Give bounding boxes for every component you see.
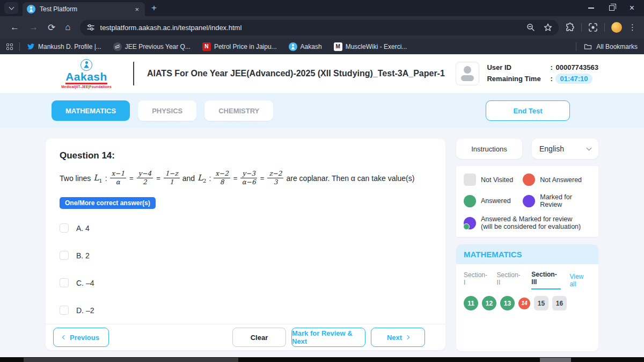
fraction: y−3α−6 — [240, 170, 257, 186]
folder-icon — [584, 43, 592, 50]
globe-icon — [113, 42, 122, 51]
remaining-time-value: 01:47:10 — [555, 74, 592, 84]
language-dropdown[interactable]: English — [532, 139, 598, 159]
tab-close-icon[interactable]: × — [133, 5, 141, 13]
bookmark-petrol[interactable]: N Petrol Price in Jaipu... — [202, 42, 277, 51]
bookmark-star-icon[interactable] — [544, 23, 552, 32]
section-tabs: Section-I Section-II Section-III View al… — [456, 264, 598, 289]
back-icon[interactable]: ← — [10, 22, 19, 33]
tab-physics[interactable]: PHYSICS — [138, 100, 196, 121]
language-value: English — [539, 144, 564, 153]
minimize-icon[interactable] — [588, 8, 594, 9]
instructions-button[interactable]: Instructions — [456, 139, 522, 159]
question-number-16[interactable]: 16 — [552, 296, 567, 310]
tab-chemistry[interactable]: CHEMISTRY — [204, 100, 273, 121]
view-all-link[interactable]: View all — [569, 273, 591, 288]
all-bookmarks-button[interactable]: All Bookmarks — [576, 42, 638, 51]
user-id-row: User ID : 00007743563 — [487, 63, 598, 71]
legend-answered: Answered — [464, 193, 523, 208]
tab-section-2[interactable]: Section-II — [497, 271, 523, 289]
chevron-down-icon — [587, 146, 592, 151]
tab-section-3[interactable]: Section-III — [531, 271, 561, 289]
window-controls: × — [588, 0, 644, 16]
option-c-checkbox[interactable] — [60, 278, 69, 287]
new-tab-button[interactable]: + — [151, 3, 157, 13]
question-number-11[interactable]: 11 — [464, 296, 478, 310]
apps-grid-icon[interactable] — [6, 44, 13, 50]
sidebar: Instructions English Not Visited Not Ans… — [456, 139, 598, 351]
divider — [19, 42, 20, 51]
legend-not-answered: Not Answered — [523, 173, 591, 186]
user-info-block: User ID : 00007743563 Remaining Time : 0… — [456, 61, 598, 86]
zoom-out-icon[interactable] — [526, 23, 535, 32]
question-number-grid: 11 12 13 14 15 16 — [456, 289, 598, 310]
option-b[interactable]: B. 2 — [60, 242, 431, 269]
bookmark-mankush[interactable]: Mankush D. Profile |... — [26, 42, 101, 51]
site-header: Aakash Medical|IIT-JEE|Foundations AIATS… — [0, 54, 644, 93]
question-number-15[interactable]: 15 — [534, 296, 548, 310]
question-card: Question 14: Two lines L1 : x−1α = y−42 … — [46, 139, 445, 350]
aakash-logo-text: Aakash — [65, 71, 107, 84]
end-test-button[interactable]: End Test — [486, 100, 570, 121]
question-footer: Previous Clear Mark for Review & Next Ne… — [46, 324, 445, 350]
taskbar-sliver — [0, 357, 644, 362]
option-a[interactable]: A. 4 — [60, 214, 431, 242]
divider — [581, 23, 582, 32]
aakash-logo-icon — [80, 59, 92, 71]
divider — [576, 42, 576, 51]
user-id-value: 00007743563 — [555, 63, 598, 71]
screen-capture-icon[interactable] — [588, 23, 598, 32]
browser-menu-icon[interactable]: ⋮ — [628, 23, 636, 32]
fraction: 1−z1 — [164, 170, 180, 186]
restore-icon[interactable] — [609, 5, 614, 11]
line1-symbol: L1 — [93, 173, 102, 184]
status-legend: Not Visited Not Answered Answered Marked… — [456, 166, 598, 237]
url-text[interactable]: testplatform.aakash.ac.in/testpanel/inde… — [100, 24, 526, 32]
previous-button[interactable]: Previous — [53, 328, 109, 347]
home-icon[interactable]: ⌂ — [65, 22, 70, 33]
tab-title: Test Platform — [40, 5, 133, 13]
reload-icon[interactable]: ⟳ — [48, 22, 55, 33]
extensions-icon[interactable] — [565, 23, 575, 32]
forward-icon[interactable]: → — [29, 22, 38, 33]
chevron-left-icon — [62, 335, 67, 339]
clear-button[interactable]: Clear — [232, 328, 286, 347]
tab-mathematics[interactable]: MATHEMATICS — [52, 100, 130, 121]
mark-for-review-next-button[interactable]: Mark for Review & Next — [291, 328, 365, 347]
question-number-14[interactable]: 14 — [518, 298, 530, 309]
option-c[interactable]: C. –4 — [60, 269, 431, 296]
tab-search-button[interactable] — [4, 2, 18, 14]
legend-not-visited: Not Visited — [464, 173, 523, 186]
site-settings-icon[interactable] — [86, 23, 95, 32]
fraction: y−42 — [137, 170, 153, 186]
fraction: x−1α — [110, 170, 126, 186]
tab-favicon-aakash-icon — [27, 5, 35, 13]
next-button[interactable]: Next — [371, 328, 425, 347]
not-answered-swatch — [523, 173, 535, 186]
browser-tab[interactable]: Test Platform × — [23, 2, 145, 16]
url-bar[interactable]: testplatform.aakash.ac.in/testpanel/inde… — [80, 20, 559, 35]
bookmark-jee[interactable]: JEE Previous Year Q... — [113, 42, 191, 51]
remaining-time-row: Remaining Time : 01:47:10 — [487, 74, 598, 84]
option-d[interactable]: D. –2 — [60, 296, 431, 324]
chevron-right-icon — [405, 335, 409, 339]
question-number-13[interactable]: 13 — [500, 296, 515, 310]
question-palette: MATHEMATICS Section-I Section-II Section… — [456, 244, 598, 351]
legend-marked: Marked for Review — [523, 193, 591, 208]
fraction: z−23 — [267, 170, 283, 186]
close-window-icon[interactable]: × — [630, 4, 634, 12]
question-number-12[interactable]: 12 — [482, 296, 496, 310]
news-n-icon: N — [202, 42, 211, 51]
option-a-checkbox[interactable] — [60, 223, 69, 233]
fraction: x−28 — [214, 170, 230, 186]
marked-swatch — [523, 195, 535, 207]
toolbar-actions: ⋮ — [563, 22, 639, 33]
browser-toolbar: ← → ⟳ ⌂ testplatform.aakash.ac.in/testpa… — [0, 16, 644, 39]
tab-section-1[interactable]: Section-I — [464, 271, 488, 289]
option-b-checkbox[interactable] — [60, 251, 69, 260]
bookmark-aakash[interactable]: Aakash — [289, 42, 322, 51]
user-avatar — [456, 62, 479, 85]
profile-avatar[interactable] — [611, 22, 622, 33]
bookmark-musclewiki[interactable]: M MuscleWiki - Exerci... — [334, 42, 407, 51]
option-d-checkbox[interactable] — [60, 306, 69, 315]
